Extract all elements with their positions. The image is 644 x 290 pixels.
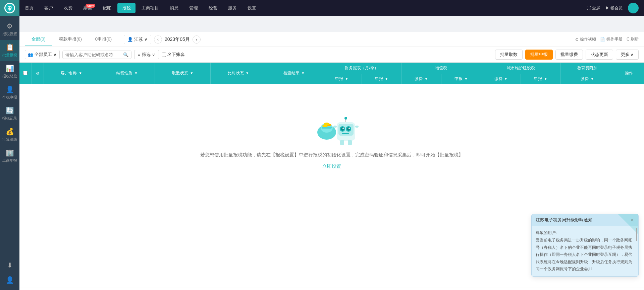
sidebar-download-btn[interactable]: ⬇ (0, 258, 19, 273)
bottom-scroll-bar (19, 288, 644, 290)
svg-rect-22 (340, 140, 344, 145)
sidebar-user-btn[interactable]: 👤 (0, 273, 19, 287)
sidebar-item-tax-overview[interactable]: 📊 报税总览 (0, 61, 19, 82)
operation-manual-btn[interactable]: 📄 操作手册 (600, 37, 623, 42)
th-fetch-status: 取数状态 ▼ (155, 63, 211, 84)
filter-icon[interactable]: ▼ (190, 71, 193, 75)
search-input[interactable] (65, 52, 122, 57)
name-accounts-checkbox-label[interactable]: 名下账套 (162, 52, 185, 58)
filter-icon[interactable]: ▼ (591, 77, 594, 81)
th-settings: ⚙ (32, 63, 44, 84)
th-edu-pay: 缴费 ▼ (560, 74, 614, 84)
nav-operation[interactable]: 经营 (204, 3, 222, 13)
notif-scroll-thumb (636, 228, 637, 241)
tab-zero-report[interactable]: 0申报(0) (89, 33, 118, 46)
user-avatar[interactable] (628, 3, 639, 13)
refresh-btn[interactable]: C 刷新 (627, 37, 639, 42)
nav-tax[interactable]: 报税 (117, 3, 136, 13)
download-icon: ⬇ (7, 261, 13, 269)
th-financial-report: 财务报表（月/季） (322, 63, 401, 74)
svg-point-12 (341, 127, 344, 131)
empty-state-row: 若您想使用批量报税功能，请先在【报税设置】中进行报税的初始化设置，完成密码验证和… (19, 84, 644, 190)
filter-icon[interactable]: ▼ (345, 77, 348, 81)
name-accounts-checkbox[interactable] (162, 53, 166, 57)
filter-icon[interactable]: ▼ (504, 77, 507, 81)
batch-report-button[interactable]: 批量申报 (525, 50, 553, 60)
logo-area (0, 0, 19, 16)
sidebar-label-batch-tax: 批量报税 (2, 53, 17, 58)
th-financial-report-declare: 申报 ▼ (322, 74, 362, 84)
employee-filter[interactable]: 👥 全部员工 ∨ (25, 50, 60, 59)
filter-icon[interactable]: ▼ (425, 77, 428, 81)
search-icon: 🔍 (123, 52, 128, 57)
svg-rect-21 (355, 126, 359, 128)
tab-all[interactable]: 全部(0) (25, 33, 52, 46)
nav-items: 首页 客户 收费 票据 NEW 记账 报税 工商项目 消息 管理 经营 服务 设… (20, 3, 587, 13)
notification-title: 江苏电子税务局升级影响通知 (536, 217, 592, 223)
nav-home[interactable]: 首页 (20, 3, 38, 13)
nav-settings[interactable]: 设置 (243, 3, 261, 13)
th-city-tax: 城市维护建设税 (481, 63, 560, 74)
nav-accounting[interactable]: 记账 (98, 3, 116, 13)
new-badge: NEW (86, 4, 95, 8)
tab-bar: 全部(0) 税款申报(0) 0申报(0) 👤 江苏 ∨ ‹ 2023年05月 ›… (19, 32, 644, 47)
sidebar-item-batch-tax[interactable]: 📋 批量报税 (0, 40, 19, 61)
tab-tax-report[interactable]: 税款申报(0) (52, 33, 89, 46)
top-navigation: 首页 客户 收费 票据 NEW 记账 报税 工商项目 消息 管理 经营 服务 设… (0, 0, 644, 16)
th-city-tax-declare: 申报 ▼ (441, 74, 481, 84)
nav-client[interactable]: 客户 (40, 3, 58, 13)
nav-manage[interactable]: 管理 (184, 3, 203, 13)
table-header-row1: ⚙ 客户名称 ▼ 纳税性质 ▼ 取数状态 ▼ 比对状态 (19, 63, 644, 74)
chevron-down-icon: ∨ (630, 52, 634, 57)
settings-icon[interactable]: ⚙ (36, 71, 40, 76)
notification-content: 受当前电子税务局进一步升级的影响，同一个政务网账号（办税人）名下的企业不能再同时… (536, 237, 634, 273)
date-navigation: 👤 江苏 ∨ ‹ 2023年05月 › (124, 35, 201, 44)
triangle-decoration (618, 214, 638, 234)
app-logo (4, 3, 15, 13)
search-box[interactable]: 🔍 (62, 51, 131, 59)
filter-button[interactable]: ≡ 筛选 ∨ (134, 50, 159, 59)
select-all-checkbox[interactable] (23, 71, 28, 75)
th-vat-declare: 申报 ▼ (362, 74, 401, 84)
sidebar-label-tax-records: 报税记录 (2, 116, 17, 121)
filter-icon: ≡ (138, 52, 141, 57)
nav-service[interactable]: 服务 (223, 3, 241, 13)
batch-pay-button[interactable]: 批量缴费 (555, 50, 583, 60)
svg-point-8 (324, 123, 329, 125)
more-button[interactable]: 更多 ∨ (616, 50, 639, 60)
batch-fetch-button[interactable]: 批量取数 (495, 50, 523, 60)
setup-link[interactable]: 立即设置 (322, 163, 341, 169)
status-update-button[interactable]: 状态更新 (586, 50, 613, 60)
filter-icon[interactable]: ▼ (385, 77, 388, 81)
next-month-btn[interactable]: › (193, 35, 201, 44)
tax-records-icon: 🔄 (6, 106, 14, 115)
nav-fee[interactable]: 收费 (59, 3, 77, 13)
sidebar-item-tax-settings[interactable]: ⚙ 报税设置 (0, 19, 19, 40)
toolbar-right: 批量取数 批量申报 批量缴费 状态更新 更多 ∨ (495, 50, 639, 60)
filter-icon[interactable]: ▼ (464, 77, 468, 81)
nav-message[interactable]: 消息 (165, 3, 183, 13)
current-date: 2023年05月 (165, 37, 190, 43)
operation-video-btn[interactable]: ⊙ 操作视频 (575, 37, 596, 42)
sidebar-item-tax-records[interactable]: 🔄 报税记录 (0, 103, 19, 124)
sidebar-item-settlement[interactable]: 💰 汇算清缴 (0, 124, 19, 145)
filter-icon[interactable]: ▼ (544, 77, 547, 81)
prev-month-btn[interactable]: ‹ (154, 35, 162, 44)
notification-panel: 江苏电子税务局升级影响通知 ✕ 尊敬的用户: 受当前电子税务局进一步升级的影响，… (531, 214, 639, 277)
province-selector[interactable]: 👤 江苏 ∨ (124, 35, 151, 44)
filter-icon[interactable]: ▼ (79, 71, 82, 75)
fullscreen-btn[interactable]: ⛶ 全屏 (587, 5, 600, 11)
sidebar-item-annual-report[interactable]: 🏢 工商年报 (0, 145, 19, 166)
filter-icon[interactable]: ▼ (301, 71, 305, 75)
th-client-name: 客户名称 ▼ (44, 63, 99, 84)
filter-icon[interactable]: ▼ (135, 71, 138, 75)
th-checkbox (19, 63, 32, 84)
filter-icon[interactable]: ▼ (246, 71, 249, 75)
sidebar-item-personal-tax[interactable]: 👤 个税申报 (0, 82, 19, 103)
nav-business[interactable]: 工商项目 (137, 3, 164, 13)
empty-message: 若您想使用批量报税功能，请先在【报税设置】中进行报税的初始化设置，完成密码验证和… (200, 152, 463, 158)
sidebar-label-annual-report: 工商年报 (2, 158, 17, 163)
svg-point-2 (10, 7, 11, 8)
nav-invoice[interactable]: 票据 NEW (78, 3, 97, 13)
vip-btn[interactable]: ▶ 畅会员 (605, 5, 623, 11)
